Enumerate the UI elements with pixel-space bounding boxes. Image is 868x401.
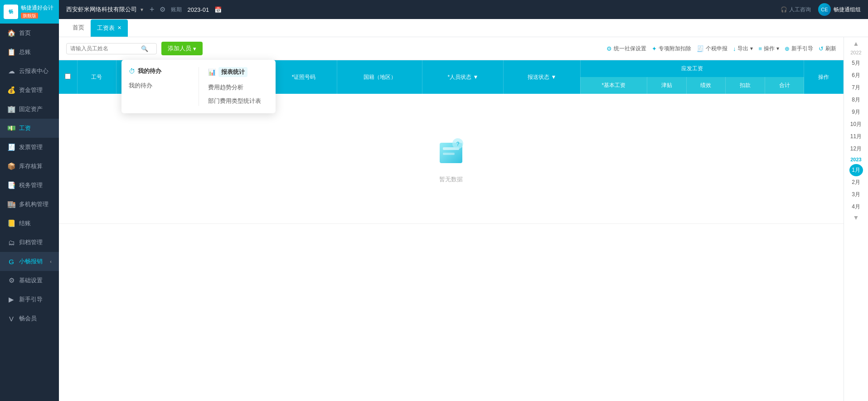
sidebar-item-expense[interactable]: G 小畅报销 ‹ <box>0 252 59 271</box>
export-label: 导出 <box>737 45 748 53</box>
guide-icon: ▶ <box>7 295 15 304</box>
pending-col-header: ⏱ 我的待办 <box>129 67 189 75</box>
sidebar-item-inventory[interactable]: 📦 库存核算 <box>0 157 59 176</box>
calendar-icon[interactable]: 📅 <box>214 6 222 13</box>
sidebar-item-settings[interactable]: ⚙ 基础设置 <box>0 271 59 290</box>
inventory-icon: 📦 <box>7 162 15 170</box>
month-next-button[interactable]: ▼ <box>844 213 868 222</box>
export-button[interactable]: ↓ 导出 ▾ <box>733 45 753 53</box>
invoice-icon: 🧾 <box>7 143 15 151</box>
tab-salary[interactable]: 工资表 ✕ <box>91 19 128 37</box>
pending-item-1[interactable]: 我的待办 <box>129 81 189 91</box>
main-area: 西安虾米网络科技有限公司 ▼ + ⚙ 账期 2023-01 📅 🎧 人工咨询 C… <box>59 0 868 401</box>
top-header: 西安虾米网络科技有限公司 ▼ + ⚙ 账期 2023-01 📅 🎧 人工咨询 C… <box>59 0 868 19</box>
sidebar-label-cloud: 云报表中心 <box>19 67 48 75</box>
search-box: 🔍 <box>66 43 157 54</box>
dropdown-col-pending: ⏱ 我的待办 我的待办 <box>129 67 189 106</box>
select-all-checkbox[interactable] <box>65 73 71 79</box>
multi-icon: 🏬 <box>7 200 15 208</box>
social-security-button[interactable]: ⚙ 统一社保设置 <box>606 45 646 53</box>
sidebar-item-multi[interactable]: 🏬 多机构管理 <box>0 195 59 214</box>
header-right-area: 🎧 人工咨询 CE 畅捷通组组 <box>781 3 861 16</box>
sidebar-label-multi: 多机构管理 <box>19 200 48 208</box>
tab-close-button[interactable]: ✕ <box>117 25 121 31</box>
pending-col-title: 我的待办 <box>138 67 161 75</box>
operations-button[interactable]: ≡ 操作 ▾ <box>758 45 779 53</box>
user-area[interactable]: CE 畅捷通组组 <box>818 3 861 16</box>
service-label: 人工咨询 <box>789 6 811 14</box>
empty-icon: ? <box>433 134 469 170</box>
export-icon: ↓ <box>733 45 736 52</box>
sidebar-label-archive: 归档管理 <box>19 238 43 246</box>
sidebar-item-tax[interactable]: 📑 税务管理 <box>0 176 59 195</box>
col-base-salary: *基本工资 <box>580 77 647 94</box>
vip-icon: V <box>7 315 15 323</box>
tab-home[interactable]: 首页 <box>66 19 91 37</box>
special-deduct-button[interactable]: ✦ 专项附加扣除 <box>652 45 691 53</box>
sidebar-label-home: 首页 <box>19 29 31 37</box>
guide-button[interactable]: ⊕ 新手引导 <box>785 45 813 53</box>
tax-report-button[interactable]: 🧾 个税申报 <box>697 45 727 53</box>
month-2023-01[interactable]: 1月 <box>849 164 863 176</box>
sidebar-item-home[interactable]: 🏠 首页 <box>0 24 59 43</box>
sidebar-item-salary[interactable]: 💵 工资 <box>0 119 59 138</box>
sidebar-item-finance[interactable]: 💰 资金管理 <box>0 81 59 100</box>
search-input[interactable] <box>70 45 138 52</box>
curr-year-label: 2023 <box>850 155 861 164</box>
header-settings-button[interactable]: ⚙ <box>160 5 165 14</box>
add-person-label: 添加人员 <box>168 44 191 53</box>
month-2022-08[interactable]: 8月 <box>844 94 868 106</box>
tax-report-icon: 🧾 <box>697 45 704 52</box>
month-2022-09[interactable]: 9月 <box>844 106 868 118</box>
col-report-status: 报送状态 ▼ <box>504 60 580 94</box>
sidebar-item-close-account[interactable]: 📒 结账 <box>0 214 59 233</box>
report-col-title: 报表统计 <box>218 67 247 77</box>
month-2022-06[interactable]: 6月 <box>844 69 868 82</box>
operations-label: 操作 <box>764 45 775 53</box>
content-area: 🔍 添加人员 ▾ ⚙ 统一社保设置 ✦ 专项附加扣除 � <box>59 37 868 401</box>
col-status: *人员状态 ▼ <box>422 60 504 94</box>
report-item-1[interactable]: 费用趋势分析 <box>208 82 269 92</box>
app-logo[interactable]: 畅 畅捷通好会计 旗舰版 <box>0 0 59 24</box>
service-button[interactable]: 🎧 人工咨询 <box>781 6 811 14</box>
col-total: 合计 <box>765 77 804 94</box>
sidebar-label-ledger: 总账 <box>19 48 31 56</box>
empty-state: ? 暂无数据 <box>63 97 840 220</box>
header-add-button[interactable]: + <box>150 5 155 14</box>
social-security-label: 统一社保设置 <box>614 45 646 53</box>
home-icon: 🏠 <box>7 29 15 37</box>
sidebar-label-settings: 基础设置 <box>19 276 43 285</box>
refresh-button[interactable]: ↺ 刷新 <box>819 45 836 53</box>
add-person-button[interactable]: 添加人员 ▾ <box>161 42 203 55</box>
col-id-number: *证照号码 <box>271 60 337 94</box>
month-2022-07[interactable]: 7月 <box>844 82 868 94</box>
sidebar-item-archive[interactable]: 🗂 归档管理 <box>0 233 59 252</box>
toolbar-right: ⚙ 统一社保设置 ✦ 专项附加扣除 🧾 个税申报 ↓ 导出 ▾ <box>606 45 836 53</box>
dropdown-col-report: 📊 报表统计 费用趋势分析 部门费用类型统计表 <box>208 67 269 106</box>
month-2023-02[interactable]: 2月 <box>844 176 868 188</box>
sidebar-item-invoice[interactable]: 🧾 发票管理 <box>0 138 59 157</box>
add-person-arrow-icon: ▾ <box>193 45 196 52</box>
archive-icon: 🗂 <box>7 239 15 246</box>
sidebar-item-cloud-report[interactable]: ☁ 云报表中心 <box>0 62 59 81</box>
month-2023-04[interactable]: 4月 <box>844 201 868 213</box>
report-item-2[interactable]: 部门费用类型统计表 <box>208 96 269 106</box>
month-2022-11[interactable]: 11月 <box>844 130 868 143</box>
month-2023-03[interactable]: 3月 <box>844 188 868 201</box>
tax-icon: 📑 <box>7 181 15 189</box>
expense-dropdown: ⏱ 我的待办 我的待办 📊 报表统计 费用趋势分析 部门费用类型统计表 <box>121 60 276 113</box>
assets-icon: 🏢 <box>7 105 15 113</box>
month-prev-button[interactable]: ▲ <box>844 39 868 48</box>
sidebar-item-ledger[interactable]: 📋 总账 <box>0 43 59 62</box>
month-2022-10[interactable]: 10月 <box>844 118 868 130</box>
checkbox-header[interactable] <box>59 60 77 94</box>
month-2022-12[interactable]: 12月 <box>844 143 868 155</box>
company-selector[interactable]: 西安虾米网络科技有限公司 ▼ <box>66 5 144 14</box>
sidebar-item-assets[interactable]: 🏢 固定资产 <box>0 100 59 119</box>
sidebar-item-guide[interactable]: ▶ 新手引导 <box>0 290 59 309</box>
col-payable-wages-group: 应发工资 <box>580 60 804 77</box>
operations-icon: ≡ <box>758 45 762 52</box>
month-2022-05[interactable]: 5月 <box>844 57 868 69</box>
expense-icon: G <box>7 258 15 266</box>
sidebar-item-vip[interactable]: V 畅会员 <box>0 309 59 328</box>
